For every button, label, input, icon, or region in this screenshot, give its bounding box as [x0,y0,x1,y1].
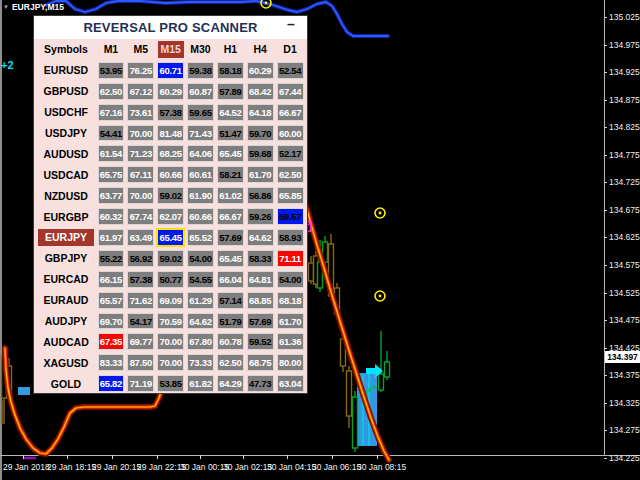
column-header-m15[interactable]: M15 [158,41,184,58]
scanner-cell-gbpjpy-m30[interactable]: 54.00 [187,250,214,267]
scanner-cell-usdcad-m5[interactable]: 67.11 [127,166,154,183]
scanner-cell-audcad-m1[interactable]: 67.35 [98,333,125,350]
scanner-cell-xagusd-m5[interactable]: 87.50 [127,354,154,371]
scanner-cell-eurjpy-m30[interactable]: 65.52 [187,229,214,246]
scanner-cell-audcad-h1[interactable]: 60.78 [217,333,244,350]
symbol-label-gbpjpy[interactable]: GBPJPY [36,248,96,269]
scanner-cell-xagusd-d1[interactable]: 80.00 [277,354,304,371]
scanner-cell-xagusd-h4[interactable]: 68.75 [247,354,274,371]
scanner-cell-eurusd-d1[interactable]: 52.54 [277,62,304,79]
scanner-cell-gold-m5[interactable]: 71.19 [127,375,154,392]
scanner-cell-gold-h4[interactable]: 47.73 [247,375,274,392]
symbol-label-nzdusd[interactable]: NZDUSD [36,185,96,206]
scanner-cell-gbpusd-m5[interactable]: 67.12 [127,83,154,100]
scanner-cell-gbpjpy-m5[interactable]: 56.92 [127,250,154,267]
scanner-cell-audcad-m30[interactable]: 67.80 [187,333,214,350]
column-header-d1[interactable]: D1 [275,39,305,60]
scanner-cell-usdcad-m1[interactable]: 65.75 [98,166,125,183]
symbol-label-eurgbp[interactable]: EURGBP [36,206,96,227]
scanner-cell-audjpy-m1[interactable]: 69.70 [98,313,125,330]
column-header-m1[interactable]: M1 [96,39,126,60]
symbol-label-usdjpy[interactable]: USDJPY [36,123,96,144]
scanner-cell-audjpy-m5[interactable]: 54.17 [127,313,154,330]
scanner-cell-gold-m1[interactable]: 65.82 [98,375,125,392]
scanner-cell-usdjpy-d1[interactable]: 60.00 [277,125,304,142]
scanner-cell-eurjpy-m5[interactable]: 63.49 [127,229,154,246]
scanner-cell-audjpy-d1[interactable]: 61.70 [277,313,304,330]
scanner-cell-audcad-m15[interactable]: 70.00 [157,333,184,350]
scanner-cell-usdchf-d1[interactable]: 66.67 [277,104,304,121]
scanner-cell-eurusd-h4[interactable]: 60.29 [247,62,274,79]
scanner-cell-gbpusd-m30[interactable]: 60.87 [187,83,214,100]
symbol-label-eurjpy[interactable]: EURJPY [38,229,94,246]
scanner-cell-audcad-d1[interactable]: 61.36 [277,333,304,350]
scanner-cell-gbpjpy-m1[interactable]: 55.22 [98,250,125,267]
scanner-cell-usdjpy-h1[interactable]: 51.47 [217,125,244,142]
symbol-label-euraud[interactable]: EURAUD [36,290,96,311]
scanner-cell-eurcad-h4[interactable]: 64.81 [247,271,274,288]
symbol-label-usdcad[interactable]: USDCAD [36,164,96,185]
scanner-cell-euraud-h4[interactable]: 68.85 [247,292,274,309]
symbol-label-eurusd[interactable]: EURUSD [36,60,96,81]
scanner-cell-usdjpy-h4[interactable]: 59.70 [247,125,274,142]
scanner-cell-gbpjpy-h1[interactable]: 65.45 [217,250,244,267]
scanner-cell-audjpy-m15[interactable]: 70.59 [157,313,184,330]
scanner-cell-usdchf-h1[interactable]: 64.52 [217,104,244,121]
scanner-cell-usdjpy-m15[interactable]: 81.48 [157,125,184,142]
chart-symbol-label[interactable]: ▼ EURJPY,M15 [3,2,64,12]
scanner-cell-usdcad-d1[interactable]: 62.50 [277,166,304,183]
scanner-cell-eurusd-m15[interactable]: 60.71 [157,62,184,79]
scanner-cell-gbpusd-d1[interactable]: 67.44 [277,83,304,100]
scanner-cell-nzdusd-m5[interactable]: 70.00 [127,187,154,204]
scanner-cell-gold-m15[interactable]: 53.85 [157,375,184,392]
scanner-cell-nzdusd-d1[interactable]: 65.85 [277,187,304,204]
scanner-cell-eurcad-m30[interactable]: 54.55 [187,271,214,288]
symbol-label-audjpy[interactable]: AUDJPY [36,311,96,332]
column-header-m5[interactable]: M5 [126,39,156,60]
scanner-cell-gbpjpy-h4[interactable]: 58.33 [247,250,274,267]
scanner-cell-gbpusd-h1[interactable]: 57.89 [217,83,244,100]
symbol-label-usdchf[interactable]: USDCHF [36,102,96,123]
scanner-cell-gbpusd-h4[interactable]: 68.42 [247,83,274,100]
scanner-cell-euraud-m1[interactable]: 65.57 [98,292,125,309]
scanner-cell-usdchf-h4[interactable]: 64.18 [247,104,274,121]
scanner-cell-nzdusd-m15[interactable]: 59.02 [157,187,184,204]
scanner-cell-audcad-m5[interactable]: 69.77 [127,333,154,350]
scanner-cell-euraud-h1[interactable]: 57.14 [217,292,244,309]
scanner-cell-eurusd-m5[interactable]: 76.25 [127,62,154,79]
scanner-cell-audcad-h4[interactable]: 59.52 [247,333,274,350]
scanner-cell-usdjpy-m30[interactable]: 71.43 [187,125,214,142]
scanner-cell-nzdusd-h4[interactable]: 56.86 [247,187,274,204]
scanner-cell-eurusd-h1[interactable]: 58.18 [217,62,244,79]
scanner-cell-audusd-d1[interactable]: 52.17 [277,145,304,162]
scanner-cell-audjpy-h1[interactable]: 51.79 [217,313,244,330]
minimize-button[interactable]: – [287,16,295,32]
scanner-cell-usdjpy-m1[interactable]: 54.41 [98,125,125,142]
scanner-cell-eurusd-m1[interactable]: 53.95 [98,62,125,79]
scanner-cell-euraud-m5[interactable]: 71.62 [127,292,154,309]
column-header-h1[interactable]: H1 [215,39,245,60]
scanner-cell-eurusd-m30[interactable]: 59.38 [187,62,214,79]
scanner-cell-eurcad-m15[interactable]: 50.77 [157,271,184,288]
scanner-cell-audusd-h4[interactable]: 59.68 [247,145,274,162]
scanner-cell-audusd-m1[interactable]: 61.54 [98,145,125,162]
scanner-cell-usdcad-h4[interactable]: 61.70 [247,166,274,183]
scanner-cell-euraud-m30[interactable]: 61.29 [187,292,214,309]
scanner-cell-usdcad-m15[interactable]: 60.66 [157,166,184,183]
symbol-label-audusd[interactable]: AUDUSD [36,143,96,164]
scanner-cell-usdjpy-m5[interactable]: 70.00 [127,125,154,142]
scanner-cell-gold-h1[interactable]: 64.29 [217,375,244,392]
scanner-cell-eurcad-m1[interactable]: 66.15 [98,271,125,288]
scanner-cell-gold-m30[interactable]: 61.82 [187,375,214,392]
scanner-cell-eurjpy-m15[interactable]: 65.45 [156,228,185,247]
scanner-cell-eurcad-m5[interactable]: 57.38 [127,271,154,288]
scanner-cell-eurgbp-m15[interactable]: 62.07 [157,208,184,225]
scanner-cell-xagusd-m30[interactable]: 73.33 [187,354,214,371]
scanner-cell-nzdusd-m30[interactable]: 61.90 [187,187,214,204]
scanner-cell-audjpy-h4[interactable]: 57.69 [247,313,274,330]
scanner-cell-eurgbp-h4[interactable]: 59.26 [247,208,274,225]
symbol-label-xagusd[interactable]: XAGUSD [36,352,96,373]
scanner-cell-eurgbp-m5[interactable]: 67.74 [127,208,154,225]
scanner-cell-audjpy-m30[interactable]: 64.62 [187,313,214,330]
scanner-cell-eurgbp-m1[interactable]: 60.32 [98,208,125,225]
